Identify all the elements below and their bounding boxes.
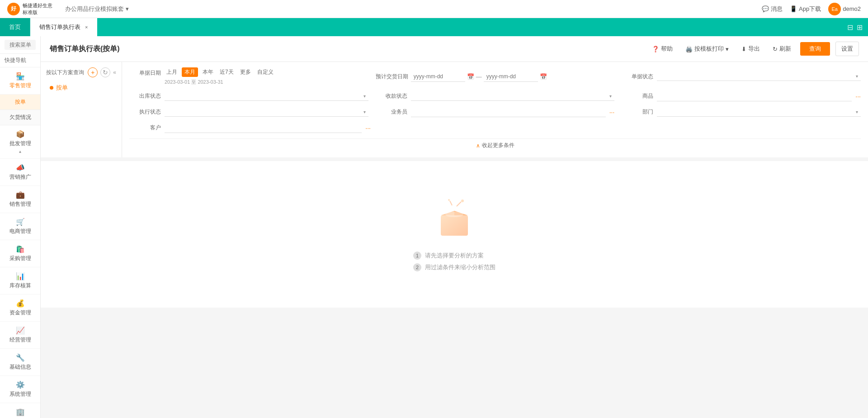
date-tab-this-month[interactable]: 本月	[182, 67, 198, 77]
sidebar-sub-item-order[interactable]: 按单	[0, 95, 40, 110]
basic-icon: 🔧	[16, 353, 25, 362]
filter-row-4: 客户 ···	[129, 123, 861, 133]
print-icon: 🖨️	[685, 46, 693, 52]
export-button[interactable]: ⬇ 导出	[738, 43, 764, 55]
date-tab-more[interactable]: 更多	[238, 67, 253, 77]
sidebar: 快捷导航 🏪 零售管理 按单 欠货情况 📦 批发管理 ▴ 📣 营销推广 💼 销售…	[0, 36, 41, 418]
tab-bar: 首页 销售订单执行表 × ⊟ ⊞	[0, 18, 868, 36]
filter-delivery-status: 出库状态 ▾	[129, 92, 368, 101]
salesman-label: 业务员	[376, 108, 407, 116]
goods-more-icon[interactable]: ···	[855, 93, 861, 100]
sidebar-item-operations[interactable]: 📈 经营管理	[0, 322, 40, 349]
query-button[interactable]: 查询	[800, 42, 830, 56]
filter-customer: 客户 ···	[129, 123, 371, 133]
sidebar-item-finance[interactable]: 💰 资金管理	[0, 294, 40, 322]
app-download-button[interactable]: 📱 App下载	[790, 5, 821, 13]
date-tab-last-month[interactable]: 上月	[165, 67, 179, 77]
date-tab-custom[interactable]: 自定义	[255, 67, 275, 77]
message-button[interactable]: 💬 消息	[762, 5, 783, 13]
empty-step-2: 2 用过滤条件来缩小分析范围	[413, 263, 495, 271]
customer-more-icon[interactable]: ···	[365, 124, 371, 132]
svg-point-7	[448, 199, 450, 201]
tab-close-icon[interactable]: ×	[85, 24, 88, 30]
print-button[interactable]: 🖨️ 按模板打印 ▾	[682, 43, 732, 55]
sidebar-item-enterprise[interactable]: 🏢 企业协同	[0, 403, 40, 418]
refresh-scheme-button[interactable]: ↻	[100, 67, 110, 77]
filter-department: 部门 ▾	[622, 108, 861, 117]
customer-label: 客户	[129, 124, 161, 132]
filter-salesman: 业务员 ···	[376, 107, 615, 117]
tab-sales-order[interactable]: 销售订单执行表 ×	[30, 18, 97, 36]
predicted-delivery-end[interactable]	[484, 71, 538, 82]
retail-icon: 🏪	[16, 72, 25, 81]
sidebar-item-inventory[interactable]: 📊 库存核算	[0, 267, 40, 294]
date-tab-7days[interactable]: 近7天	[218, 67, 236, 77]
exec-status-select[interactable]: ▾	[165, 108, 368, 117]
tab-home[interactable]: 首页	[0, 18, 30, 36]
svg-line-5	[450, 201, 452, 205]
search-input[interactable]	[5, 40, 36, 50]
header-right: 💬 消息 📱 App下载 Ea demo2	[762, 3, 861, 15]
sidebar-item-basic[interactable]: 🔧 基础信息	[0, 349, 40, 376]
svg-rect-0	[441, 215, 468, 236]
sidebar-item-ecommerce[interactable]: 🛒 电商管理	[0, 213, 40, 240]
scheme-item-by-order[interactable]: 按单	[46, 81, 116, 95]
filter-doc-status: 单据状态 ▾	[622, 72, 861, 81]
filter-payment-status: 收款状态 ▾	[376, 92, 615, 101]
avatar: Ea	[828, 3, 841, 15]
filter-row-2: 出库状态 ▾ 收款状态 ▾ 商品	[129, 91, 861, 101]
print-chevron-icon: ▾	[726, 46, 729, 52]
predicted-delivery-start[interactable]	[411, 71, 465, 82]
calendar-icon-2[interactable]: 📅	[540, 73, 547, 80]
department-select[interactable]: ▾	[657, 108, 861, 117]
svg-point-3	[445, 212, 463, 217]
payment-status-select[interactable]: ▾	[411, 92, 615, 101]
payment-status-arrow-icon: ▾	[609, 94, 612, 99]
logo-area: 好 畅捷通好生意 标准版	[7, 2, 52, 15]
user-menu[interactable]: Ea demo2	[828, 3, 861, 15]
minimize-icon[interactable]: ⊟	[847, 23, 853, 32]
sidebar-item-sales[interactable]: 💼 销售管理	[0, 186, 40, 213]
refresh-button[interactable]: ↻ 刷新	[769, 43, 795, 55]
help-button[interactable]: ❓ 帮助	[648, 43, 676, 55]
salesman-more-icon[interactable]: ···	[609, 109, 615, 116]
refresh-icon: ↻	[773, 46, 778, 52]
scheme-title: 按以下方案查询 + ↻ «	[46, 67, 116, 77]
sidebar-item-quick-nav[interactable]: 快捷导航	[0, 54, 40, 67]
goods-input[interactable]	[657, 91, 852, 101]
expand-icon[interactable]: ⊞	[857, 23, 863, 32]
date-tab-this-year[interactable]: 本年	[201, 67, 215, 77]
department-label: 部门	[622, 108, 653, 116]
content-section: 1 请先选择要分析的方案 2 用过滤条件来缩小分析范围	[41, 161, 868, 308]
collapse-filter-button[interactable]: ∧ 收起更多条件	[129, 138, 861, 152]
sidebar-sub-retail: 按单 欠货情况	[0, 95, 40, 125]
svg-point-6	[461, 200, 464, 202]
add-scheme-button[interactable]: +	[88, 67, 98, 77]
payment-status-label: 收款状态	[376, 92, 407, 100]
salesman-input[interactable]	[411, 107, 606, 117]
exec-status-label: 执行状态	[129, 108, 161, 116]
filter-exec-status: 执行状态 ▾	[129, 108, 368, 117]
sidebar-sub-item-arrears[interactable]: 欠货情况	[0, 110, 40, 125]
collapse-scheme-icon[interactable]: «	[113, 69, 116, 76]
inventory-icon: 📊	[16, 272, 25, 280]
calendar-icon-1[interactable]: 📅	[467, 73, 474, 80]
goods-label: 商品	[622, 92, 653, 100]
customer-input[interactable]	[165, 123, 362, 133]
company-selector[interactable]: 办公用品行业模拟账套 ▾	[65, 5, 129, 13]
scheme-active-dot	[50, 86, 53, 90]
filter-goods: 商品 ···	[622, 91, 861, 101]
sidebar-item-marketing[interactable]: 📣 营销推广	[0, 159, 40, 186]
doc-status-select[interactable]: ▾	[657, 72, 861, 81]
sidebar-search-area	[0, 36, 40, 54]
chevron-up-icon: ▴	[19, 149, 21, 154]
sidebar-item-retail[interactable]: 🏪 零售管理	[0, 67, 40, 95]
sidebar-item-wholesale[interactable]: 📦 批发管理 ▴	[0, 125, 40, 159]
filter-row-3: 执行状态 ▾ 业务员 ··· 部门	[129, 107, 861, 117]
sidebar-item-purchase[interactable]: 🛍️ 采购管理	[0, 240, 40, 267]
message-icon: 💬	[762, 5, 769, 12]
delivery-status-select[interactable]: ▾	[165, 92, 368, 101]
doc-status-label: 单据状态	[622, 73, 653, 81]
settings-button[interactable]: 设置	[835, 42, 859, 56]
sidebar-item-system[interactable]: ⚙️ 系统管理	[0, 376, 40, 403]
